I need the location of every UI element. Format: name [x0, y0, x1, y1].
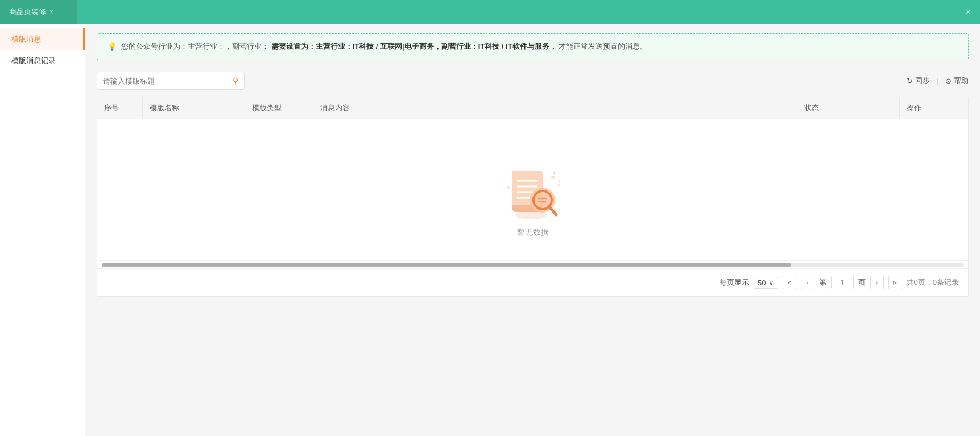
current-page-prefix: 第: [819, 277, 826, 288]
first-page-button[interactable]: ⊲: [783, 276, 796, 289]
sidebar-item-0[interactable]: 模版消息: [0, 28, 85, 50]
main-content: 💡 您的公众号行业为：主营行业：，副营行业： 需要设置为：主营行业：IT科技 /…: [85, 24, 980, 436]
current-page-input[interactable]: [831, 276, 854, 289]
col-type: 模版类型: [245, 97, 313, 119]
page-size-value: 50: [758, 279, 766, 287]
sidebar-item-1[interactable]: 模版消息记录: [0, 50, 85, 72]
svg-text:✦: ✦: [552, 170, 556, 176]
nav-tab-close-4[interactable]: ×: [49, 8, 53, 16]
data-table: 序号 模版名称 模版类型 消息内容 状态 操作: [97, 97, 969, 297]
col-name: 模版名称: [143, 97, 245, 119]
help-button[interactable]: ⊙ 帮助: [945, 76, 969, 86]
bulb-icon: 💡: [107, 42, 117, 51]
col-status: 状态: [797, 97, 900, 119]
total-info: 共0页，0条记录: [907, 277, 959, 288]
search-bar: ⚲ ↻ 同步 | ⊙ 帮助: [97, 72, 969, 90]
close-all-button[interactable]: ×: [957, 7, 980, 17]
scrollbar-thumb: [102, 263, 791, 267]
page-size-dropdown-icon: ∨: [768, 279, 774, 287]
sidebar: 模版消息模版消息记录: [0, 24, 85, 436]
svg-text:✦: ✦: [557, 179, 561, 184]
sync-label: 同步: [915, 76, 930, 86]
col-index: 序号: [97, 97, 143, 119]
info-banner-text: 您的公众号行业为：主营行业：，副营行业： 需要设置为：主营行业：IT科技 / 互…: [121, 41, 647, 52]
search-input[interactable]: [103, 77, 233, 85]
scrollbar-track: [102, 263, 964, 267]
scrollbar-area[interactable]: [97, 260, 968, 268]
table-header: 序号 模版名称 模版类型 消息内容 状态 操作: [97, 97, 968, 119]
col-action: 操作: [900, 97, 968, 119]
empty-state: ✦ ✦ 暂无数据: [97, 119, 968, 260]
sync-button[interactable]: ↻ 同步: [907, 76, 930, 86]
nav-tab-label-4: 商品页装修: [9, 7, 46, 17]
empty-illustration: ✦ ✦: [496, 153, 570, 227]
search-actions: ↻ 同步 | ⊙ 帮助: [907, 76, 969, 86]
last-page-button[interactable]: ⊳: [888, 276, 902, 289]
nav-tabs-container: 首页微商城店铺设置×商品分类设置×首页装修×商品页装修×店铺主题×开通公众号商城…: [0, 0, 78, 24]
page-unit: 页: [858, 277, 866, 288]
help-label: 帮助: [954, 76, 969, 86]
info-banner: 💡 您的公众号行业为：主营行业：，副营行业： 需要设置为：主营行业：IT科技 /…: [97, 33, 969, 60]
info-prefix: 您的公众号行业为：主营行业：，副营行业：: [121, 42, 269, 51]
pagination: 每页显示 50 ∨ ⊲ ‹ 第 页 › ⊳ 共0页，0条记录: [97, 268, 968, 296]
main-layout: 模版消息模版消息记录 💡 您的公众号行业为：主营行业：，副营行业： 需要设置为：…: [0, 24, 980, 436]
sync-icon: ↻: [907, 77, 913, 85]
svg-point-12: [507, 186, 510, 189]
page-size-label: 每页显示: [720, 277, 749, 288]
nav-tab-4[interactable]: 商品页装修×: [0, 0, 78, 24]
help-icon: ⊙: [945, 77, 952, 85]
search-input-wrap: ⚲: [97, 72, 245, 90]
divider: |: [937, 77, 938, 85]
empty-text: 暂无数据: [517, 227, 549, 238]
prev-page-button[interactable]: ‹: [801, 276, 814, 289]
info-highlight: 需要设置为：主营行业：IT科技 / 互联网|电子商务，副营行业：IT科技 / I…: [271, 42, 557, 51]
sidebar-items-container: 模版消息模版消息记录: [0, 28, 85, 72]
page-size-selector[interactable]: 50 ∨: [754, 277, 778, 289]
next-page-button[interactable]: ›: [870, 276, 884, 289]
col-content: 消息内容: [313, 97, 797, 119]
search-icon[interactable]: ⚲: [233, 76, 238, 85]
top-nav: 首页微商城店铺设置×商品分类设置×首页装修×商品页装修×店铺主题×开通公众号商城…: [0, 0, 980, 24]
info-suffix: 才能正常发送预置的消息。: [559, 42, 647, 51]
